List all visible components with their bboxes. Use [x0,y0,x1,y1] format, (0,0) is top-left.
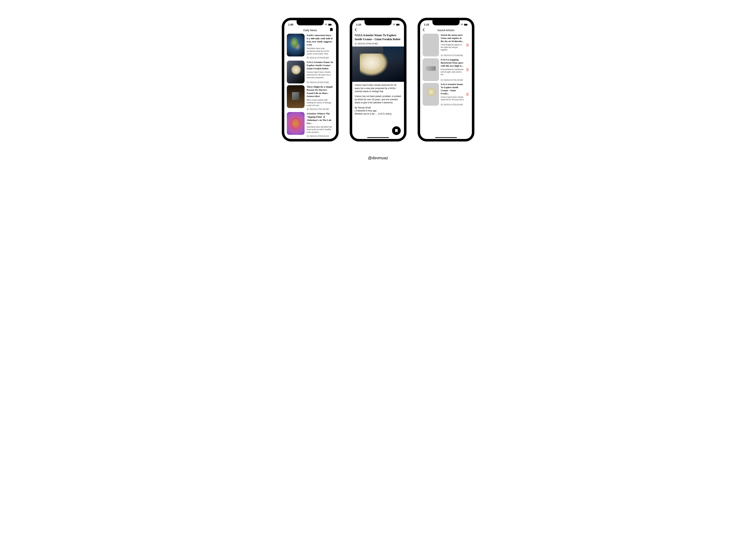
status-time: 1:09 [288,23,293,26]
article-date: 2023-02-22T03:10:46Z [310,81,329,83]
article-title: There Might Be a Simple Reason We Haven'… [307,85,333,98]
article-list[interactable]: Earth's innermost layer is a 400-mile-wi… [284,33,336,139]
detail-hero-image [352,47,404,82]
clock-icon [307,135,309,137]
battery-icon [396,24,400,26]
article-date: 2023-02-22T00:36:22Z [310,135,329,137]
wifi-icon [393,24,395,26]
detail-more: Whether you're a fan … [+3171 chars] [355,112,401,115]
saved-description: Uranus hasn't been closely observed for … [441,96,464,101]
battery-icon [464,24,468,26]
saved-title: Watch the moon meet Venus and Jupiter in… [441,34,464,43]
article-detail: NASA Scientist Wants To Explore Inside U… [352,33,404,116]
article-date: 2023-02-22T01:36:49Z [310,108,329,110]
notch [364,20,392,25]
cellular-icon: •••• [391,24,392,26]
saved-title: NASA Scientist Wants To Explore Inside U… [441,83,464,95]
credit-handle: @devmuaz [368,156,388,160]
clock-icon [307,57,309,59]
delete-button[interactable] [466,93,469,96]
battery-icon [328,24,332,26]
cellular-icon: •••• [459,24,460,26]
saved-thumbnail [423,34,439,57]
svg-rect-2 [331,24,332,25]
back-button[interactable] [423,28,425,32]
clock-icon [441,104,443,106]
detail-byline: By TeeJay Small [355,106,401,109]
page-title: Saved Articles [437,29,455,32]
bookmarks-button[interactable] [330,28,333,32]
nav-header [352,27,404,33]
saved-row[interactable]: Watch the moon meet Venus and Jupiter in… [423,34,470,57]
cellular-icon: •••• [323,24,324,26]
article-description: Uranus hasn't been closely observed for … [307,71,333,79]
article-thumbnail [287,61,304,83]
bookmark-icon [395,129,398,132]
article-row[interactable]: NASA Scientist Wants To Explore Inside U… [287,61,333,83]
article-title: Scientists Witness The 'Tipping Point' o… [307,112,333,125]
nav-header: Saved Articles [420,27,472,33]
saved-list[interactable]: Watch the moon meet Venus and Jupiter in… [420,33,472,139]
clock-icon [441,79,443,81]
article-date: 2023-02-22T03:35:00Z [310,57,329,59]
saved-date: 2023-02-21T15:00:59Z [444,54,463,57]
saved-description: Exacerbated by heatwaves and drought, du… [441,68,464,76]
article-description: Mars rovers tasked with hunting for trac… [307,99,333,107]
article-thumbnail [287,34,304,57]
clock-icon [441,55,443,57]
saved-thumbnail [423,83,439,106]
chevron-left-icon [355,28,357,31]
save-article-fab[interactable] [392,126,401,135]
article-thumbnail [287,85,304,108]
bookmark-icon [330,28,333,31]
article-row[interactable]: Scientists Witness The 'Tipping Point' o… [287,112,333,137]
svg-rect-9 [399,24,400,25]
article-thumbnail [287,112,304,135]
detail-published: | Published 9 mins ago [355,109,401,112]
detail-paragraph: Uranus hasn't been closely observed for … [355,83,401,93]
saved-thumbnail [423,58,439,81]
clock-icon [307,81,309,83]
home-indicator [367,137,389,138]
saved-title: NASA is mapping duststorms from space wi… [441,58,464,68]
detail-body: Uranus hasn't been closely observed for … [355,82,401,116]
notch [296,20,324,25]
saved-date: 2023-02-22T03:10:46Z [444,103,463,106]
article-title: Earth's innermost layer is a 400-mile-wi… [307,34,333,46]
back-button[interactable] [355,28,357,32]
svg-rect-13 [468,24,468,25]
detail-date: 2023-02-22T03:10:46Z [358,43,378,45]
article-row[interactable]: Earth's innermost layer is a 400-mile-wi… [287,34,333,59]
detail-title: NASA Scientist Wants To Explore Inside U… [355,33,401,41]
page-title: Daily News [303,29,317,32]
phone-daily-news: 1:09 •••• Daily News Earth's innermost l… [282,18,338,141]
phone-article-detail: 1:10 •••• NASA Scientist Wants To Explor… [350,18,406,141]
phone-saved-articles: 1:10 •••• Saved Articles Watch the moon … [418,18,474,141]
notch [433,20,460,25]
nav-header: Daily News [284,27,336,33]
delete-button[interactable] [466,68,469,71]
article-title: NASA Scientist Wants To Explore Inside U… [307,61,333,70]
saved-row[interactable]: NASA is mapping duststorms from space wi… [423,58,470,81]
saved-date: 2023-02-21T01:42:00Z [444,79,463,81]
detail-paragraph: Uranus has not been poked, prodded, or p… [355,95,401,104]
clock-icon [307,108,309,110]
svg-rect-8 [396,24,399,25]
delete-button[interactable] [466,44,469,47]
clock-icon [355,43,357,45]
svg-rect-12 [464,24,467,25]
chevron-left-icon [423,28,425,31]
status-time: 1:10 [424,23,429,26]
article-description: Scientists have identified the exact poi… [307,126,333,134]
wifi-icon [325,24,327,26]
saved-description: Three brightest objects in the night sky… [441,44,464,51]
saved-row[interactable]: NASA Scientist Wants To Explore Inside U… [423,83,470,106]
article-description: Scientists have long wondered what lies … [307,47,333,55]
svg-rect-1 [328,24,331,25]
article-row[interactable]: There Might Be a Simple Reason We Haven'… [287,85,333,110]
status-time: 1:10 [356,23,361,26]
wifi-icon [461,24,463,26]
home-indicator [435,137,457,138]
